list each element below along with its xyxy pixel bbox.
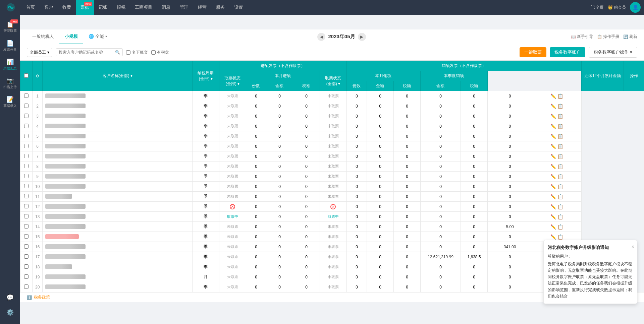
copy-icon[interactable]: 📋 bbox=[557, 204, 563, 209]
fullscreen-btn[interactable]: ⛶ 全屏 bbox=[591, 5, 604, 10]
copy-icon[interactable]: 📋 bbox=[557, 93, 563, 99]
row-checkbox[interactable] bbox=[24, 204, 29, 208]
edit-icon[interactable]: ✏️ bbox=[550, 124, 556, 129]
sidebar-item-ticket-summary[interactable]: 📊 票据汇总 bbox=[1, 56, 19, 73]
new-guide-btn[interactable]: 📖 新手引导 bbox=[571, 34, 593, 40]
copy-icon[interactable]: 📋 bbox=[557, 174, 563, 179]
row-checkbox[interactable] bbox=[24, 214, 29, 218]
tax-digital-account-op-btn[interactable]: 税务数字账户操作 ▾ bbox=[589, 47, 637, 58]
tab-all[interactable]: 🌐 全能 ▾ bbox=[83, 29, 112, 44]
tax-period-filter[interactable]: ▾ bbox=[211, 76, 213, 81]
nav-settings[interactable]: 设置 bbox=[229, 0, 248, 15]
row-checkbox[interactable] bbox=[24, 264, 29, 269]
nav-accounting[interactable]: 记账 bbox=[94, 0, 112, 15]
row-checkbox[interactable] bbox=[24, 154, 29, 158]
row-checkbox[interactable] bbox=[24, 144, 29, 148]
member-btn[interactable]: 👑 购会员 bbox=[608, 5, 626, 10]
nav-service[interactable]: 服务 bbox=[211, 0, 229, 15]
nav-billing[interactable]: 收费 bbox=[58, 0, 76, 15]
edit-icon[interactable]: ✏️ bbox=[550, 154, 556, 159]
copy-icon[interactable]: 📋 bbox=[557, 184, 563, 189]
edit-icon[interactable]: ✏️ bbox=[550, 134, 556, 139]
nav-business[interactable]: 工商项目 bbox=[130, 0, 157, 15]
ticket-status-out: 未取票 bbox=[320, 262, 346, 272]
sub-ledger-checkbox-label[interactable]: 名下账套 bbox=[126, 50, 148, 55]
copy-icon[interactable]: 📋 bbox=[557, 154, 563, 159]
edit-icon[interactable]: ✏️ bbox=[550, 184, 556, 189]
status-text[interactable]: 税务政策 bbox=[34, 295, 50, 300]
nav-business2[interactable]: 经营 bbox=[193, 0, 211, 15]
row-checkbox[interactable] bbox=[24, 104, 29, 108]
sidebar-item-ticket-entry[interactable]: 📝 票据录入 bbox=[1, 93, 19, 111]
sidebar-item-invoice-open[interactable]: 📄 发票开具 bbox=[1, 37, 19, 54]
copy-icon[interactable]: 📋 bbox=[557, 144, 563, 149]
search-input[interactable] bbox=[56, 48, 123, 56]
row-checkbox[interactable] bbox=[24, 124, 29, 128]
edit-icon[interactable]: ✏️ bbox=[550, 104, 556, 109]
row-checkbox[interactable] bbox=[24, 164, 29, 168]
edit-icon[interactable]: ✏️ bbox=[550, 144, 556, 149]
ticket-status-in-filter[interactable]: ▾ bbox=[237, 81, 239, 86]
sidebar-item-chat[interactable]: 💬 bbox=[1, 291, 19, 305]
row-checkbox[interactable] bbox=[24, 174, 29, 178]
tax-disk-checkbox[interactable] bbox=[151, 50, 156, 55]
select-all-checkbox[interactable] bbox=[24, 73, 29, 78]
row-checkbox[interactable] bbox=[24, 184, 29, 188]
refresh-btn[interactable]: 🔄 刷新 bbox=[623, 34, 637, 40]
copy-icon[interactable]: 📋 bbox=[557, 134, 563, 139]
edit-icon[interactable]: ✏️ bbox=[550, 234, 556, 240]
th-out-tax: 税额 bbox=[393, 81, 420, 91]
edit-icon[interactable]: ✏️ bbox=[550, 194, 556, 199]
row-checkbox[interactable] bbox=[24, 194, 29, 198]
edit-icon[interactable]: ✏️ bbox=[550, 174, 556, 179]
tax-disk-checkbox-label[interactable]: 有税盘 bbox=[151, 50, 169, 55]
copy-icon[interactable]: 📋 bbox=[557, 224, 563, 230]
row-checkbox[interactable] bbox=[24, 224, 29, 229]
row-checkbox[interactable] bbox=[24, 134, 29, 138]
copy-icon[interactable]: 📋 bbox=[557, 234, 563, 240]
edit-icon[interactable]: ✏️ bbox=[550, 204, 556, 209]
row-checkbox[interactable] bbox=[24, 274, 29, 279]
filter-icon[interactable]: ▾ bbox=[130, 73, 132, 78]
row-checkbox[interactable] bbox=[24, 284, 29, 289]
row-checkbox[interactable] bbox=[24, 244, 29, 249]
row-checkbox[interactable] bbox=[24, 234, 29, 239]
row-checkbox[interactable] bbox=[24, 93, 29, 98]
edit-icon[interactable]: ✏️ bbox=[550, 114, 556, 119]
ticket-status-out: 未取票 bbox=[320, 172, 346, 182]
edit-icon[interactable]: ✏️ bbox=[550, 214, 556, 219]
one-key-ticket-btn[interactable]: 一键取票 bbox=[520, 47, 546, 57]
nav-customer[interactable]: 客户 bbox=[40, 0, 58, 15]
copy-icon[interactable]: 📋 bbox=[557, 124, 563, 129]
row-checkbox[interactable] bbox=[24, 114, 29, 118]
copy-icon[interactable]: 📋 bbox=[557, 104, 563, 109]
copy-icon[interactable]: 📋 bbox=[557, 164, 563, 169]
period-next-btn[interactable]: ▶ bbox=[358, 33, 366, 41]
sidebar-item-scan-upload[interactable]: 📷 扫描上传 bbox=[1, 74, 19, 92]
outTax: 0 bbox=[393, 161, 420, 172]
nav-manage[interactable]: 管理 bbox=[175, 0, 193, 15]
row-checkbox[interactable] bbox=[24, 254, 29, 259]
edit-icon[interactable]: ✏️ bbox=[550, 93, 556, 99]
period-prev-btn[interactable]: ◀ bbox=[317, 33, 325, 41]
manual-btn[interactable]: 📋 操作手册 bbox=[597, 34, 619, 40]
sidebar-item-smart-ticket[interactable]: 📋 智能取票 new bbox=[1, 18, 19, 36]
edit-icon[interactable]: ✏️ bbox=[550, 224, 556, 230]
copy-icon[interactable]: 📋 bbox=[557, 114, 563, 119]
nav-tax[interactable]: 报税 bbox=[112, 0, 130, 15]
tab-general-taxpayer[interactable]: 一般纳税人 bbox=[27, 29, 59, 44]
copy-icon[interactable]: 📋 bbox=[557, 194, 563, 199]
employee-filter[interactable]: 全部员工 ▾ bbox=[27, 48, 52, 57]
copy-icon[interactable]: 📋 bbox=[557, 214, 563, 219]
sidebar-item-settings[interactable]: ⚙️ bbox=[1, 306, 19, 319]
sub-ledger-checkbox[interactable] bbox=[126, 50, 130, 55]
nav-home[interactable]: 首页 bbox=[21, 0, 40, 15]
nav-tickets[interactable]: 票据 new bbox=[76, 0, 94, 15]
notification-close-btn[interactable]: × bbox=[632, 243, 634, 250]
ticket-status-out-filter[interactable]: ▾ bbox=[338, 81, 340, 86]
tab-small-scale[interactable]: 小规模 bbox=[59, 29, 83, 44]
user-avatar[interactable]: 👤 bbox=[630, 2, 641, 13]
edit-icon[interactable]: ✏️ bbox=[550, 164, 556, 169]
nav-message[interactable]: 消息 bbox=[157, 0, 175, 15]
tax-digital-account-btn[interactable]: 税务数字账户 bbox=[550, 47, 585, 57]
